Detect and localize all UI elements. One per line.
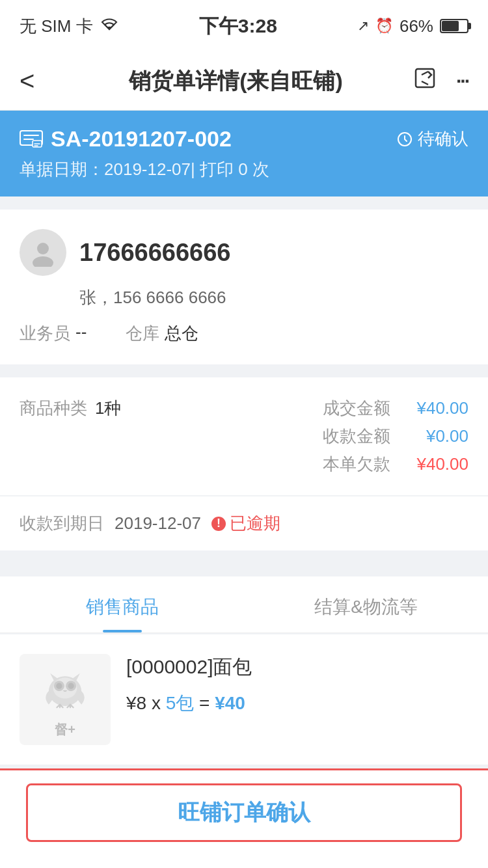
owed-value: ¥40.00 — [403, 454, 468, 474]
section-divider-1 — [0, 364, 488, 377]
received-row: 收款金额 ¥0.00 — [323, 425, 468, 448]
status-left: 无 SIM 卡 — [20, 15, 119, 38]
warehouse-field: 仓库 总仓 — [126, 322, 198, 345]
avatar — [20, 229, 66, 276]
svg-rect-0 — [416, 69, 434, 87]
goods-type-label: 商品种类 — [20, 397, 87, 420]
customer-phone: 17666666666 — [79, 239, 230, 267]
product-qty: 5包 — [166, 693, 195, 713]
tab-bar: 销售商品 结算&物流等 — [0, 576, 488, 633]
page-title: 销货单详情(来自旺铺) — [129, 66, 343, 96]
battery-text: 66% — [400, 16, 433, 36]
svg-point-11 — [68, 683, 74, 689]
salesperson-label: 业务员 — [20, 322, 70, 345]
product-thumb-logo: 督+ — [39, 662, 91, 737]
owed-label: 本单欠款 — [323, 453, 390, 476]
customer-meta: 业务员 -- 仓库 总仓 — [20, 322, 468, 345]
customer-card: 17666666666 张，156 6666 6666 业务员 -- 仓库 总仓 — [0, 210, 488, 364]
owed-row: 本单欠款 ¥40.00 — [323, 453, 468, 476]
amount-section: 商品种类 1种 成交金额 ¥40.00 收款金额 ¥0.00 本单欠款 ¥40.… — [0, 377, 488, 495]
warehouse-label: 仓库 — [126, 322, 159, 345]
product-total: ¥40 — [215, 693, 245, 713]
nav-right-actions: ··· — [413, 66, 468, 96]
overdue-badge: ! 已逾期 — [211, 512, 280, 535]
transaction-label: 成交金额 — [323, 397, 390, 420]
status-bar: 无 SIM 卡 下午3:28 ↗ ⏰ 66% — [0, 0, 488, 52]
alarm-icon: ⏰ — [375, 18, 393, 34]
battery-icon — [440, 19, 468, 33]
section-divider-3 — [0, 550, 488, 563]
transaction-value: ¥40.00 — [403, 398, 468, 418]
status-time: 下午3:28 — [199, 13, 277, 40]
amount-list: 成交金额 ¥40.00 收款金额 ¥0.00 本单欠款 ¥40.00 — [323, 397, 468, 476]
due-date-label: 收款到期日 — [20, 512, 104, 535]
back-button[interactable]: < — [20, 66, 59, 96]
location-icon: ↗ — [357, 18, 369, 34]
salesperson-field: 业务员 -- — [20, 322, 87, 345]
more-button[interactable]: ··· — [456, 70, 468, 92]
tab-sales-products[interactable]: 销售商品 — [0, 576, 244, 632]
order-id: SA-20191207-002 — [20, 126, 232, 152]
product-name: [0000002]面包 — [126, 654, 468, 681]
share-button[interactable] — [413, 66, 437, 96]
table-row: 督+ [0000002]面包 ¥8 x 5包 = ¥40 — [0, 634, 488, 765]
clock-icon — [397, 131, 413, 147]
transaction-row: 成交金额 ¥40.00 — [323, 397, 468, 420]
tab-settlement-logistics[interactable]: 结算&物流等 — [244, 576, 488, 632]
confirm-order-button[interactable]: 旺铺订单确认 — [26, 783, 462, 842]
received-label: 收款金额 — [323, 425, 390, 448]
overdue-dot-icon: ! — [211, 517, 226, 531]
product-price: ¥8 x 5包 = ¥40 — [126, 691, 468, 716]
confirm-button-wrapper: 旺铺订单确认 — [0, 768, 488, 868]
status-right: ↗ ⏰ 66% — [357, 16, 468, 36]
order-header-top: SA-20191207-002 待确认 — [20, 126, 468, 152]
order-date: 单据日期：2019-12-07| 打印 0 次 — [20, 158, 468, 181]
svg-point-4 — [37, 243, 49, 254]
nav-bar: < 销货单详情(来自旺铺) ··· — [0, 52, 488, 111]
goods-type-field: 商品种类 1种 — [20, 397, 121, 420]
product-list: 督+ [0000002]面包 ¥8 x 5包 = ¥40 — [0, 634, 488, 765]
overdue-text: 已逾期 — [230, 512, 280, 535]
goods-info: 商品种类 1种 — [20, 397, 121, 420]
svg-point-5 — [33, 256, 53, 267]
goods-type-value: 1种 — [95, 397, 121, 420]
order-icon — [20, 130, 43, 148]
due-date-value: 2019-12-07 — [115, 513, 201, 534]
product-details: [0000002]面包 ¥8 x 5包 = ¥40 — [126, 654, 468, 716]
order-header-banner: SA-20191207-002 待确认 单据日期：2019-12-07| 打印 … — [0, 111, 488, 197]
customer-name: 张，156 6666 6666 — [79, 286, 468, 309]
warehouse-value: 总仓 — [165, 322, 198, 345]
avatar-icon — [29, 238, 57, 267]
product-thumbnail: 督+ — [20, 654, 111, 745]
received-value: ¥0.00 — [403, 426, 468, 446]
customer-top: 17666666666 — [20, 229, 468, 276]
svg-point-10 — [56, 683, 62, 689]
carrier-text: 无 SIM 卡 — [20, 15, 93, 38]
salesperson-value: -- — [75, 322, 87, 345]
order-status: 待确认 — [397, 128, 468, 150]
due-date-section: 收款到期日 2019-12-07 ! 已逾期 — [0, 496, 488, 550]
wifi-icon — [100, 16, 119, 36]
